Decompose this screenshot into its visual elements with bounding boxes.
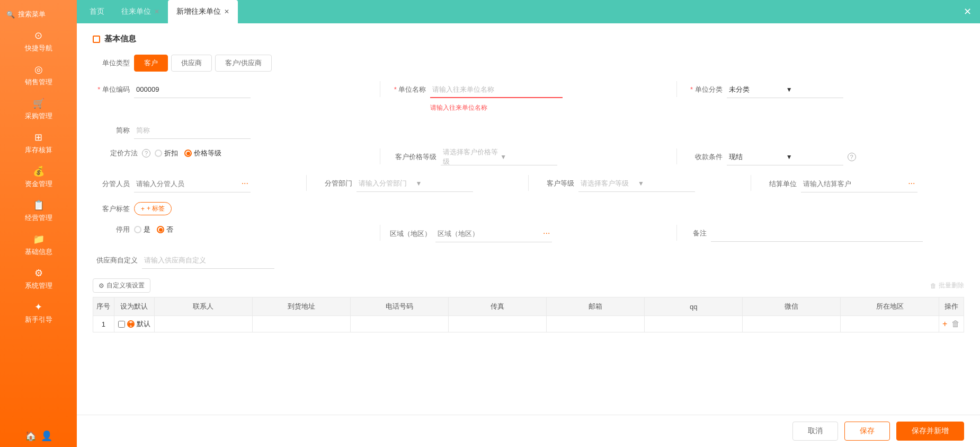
radio-discount[interactable]: 折扣: [155, 148, 178, 158]
tab-home[interactable]: 首页: [81, 0, 113, 23]
tab-new-partner-close[interactable]: ✕: [224, 8, 229, 15]
sidebar-search[interactable]: 🔍 搜索菜单: [0, 4, 77, 24]
tag-group: 客户标签 + + 标签: [93, 202, 964, 215]
customer-level-label: 客户等级: [537, 179, 574, 188]
cell-email[interactable]: [547, 316, 645, 332]
cell-address[interactable]: [252, 316, 350, 332]
unit-code-input[interactable]: [134, 81, 251, 98]
radio-price-level-circle: [184, 150, 192, 157]
unit-name-input[interactable]: [430, 81, 563, 98]
tab-partners[interactable]: 往来单位 ✕: [113, 0, 168, 23]
btn-supplier[interactable]: 供应商: [171, 55, 212, 72]
table-section: ⚙ 自定义项设置 🗑 批量删除 序号 设为默认 联系人 到货地址 电话号码: [93, 278, 964, 332]
delete-icon: 🗑: [930, 282, 937, 290]
sidebar: 🔍 搜索菜单 ⊙ 快捷导航 ◎ 销售管理 🛒 采购管理 ⊞ 库存核算 💰 资金管…: [0, 0, 77, 447]
window-close-btn[interactable]: ✕: [959, 4, 976, 20]
save-new-button[interactable]: 保存并新增: [896, 422, 964, 441]
customer-level-select[interactable]: 请选择客户等级 ▼: [578, 175, 695, 192]
phone-input[interactable]: [354, 320, 445, 328]
region-input[interactable]: [435, 225, 541, 242]
settlement-input[interactable]: [801, 175, 906, 192]
col-wechat: 微信: [743, 297, 841, 316]
tab-home-label: 首页: [90, 7, 104, 16]
disable-label: 停用: [93, 225, 130, 234]
unit-category-group: 单位分类 未分类 ▼: [685, 81, 964, 98]
btn-both[interactable]: 客户/供应商: [215, 55, 272, 72]
customer-price-label: 客户价格等级: [389, 152, 436, 162]
sidebar-item-inventory[interactable]: ⊞ 库存核算: [0, 126, 77, 160]
sidebar-item-sales[interactable]: ◎ 销售管理: [0, 58, 77, 92]
radio-price-level[interactable]: 价格等级: [184, 148, 221, 158]
radio-no[interactable]: 否: [157, 225, 173, 234]
sidebar-item-quick-nav[interactable]: ⊙ 快捷导航: [0, 24, 77, 58]
region-input-wrapper: ···: [435, 225, 552, 242]
home-icon[interactable]: 🏠: [25, 430, 37, 442]
cell-fax[interactable]: [448, 316, 546, 332]
save-button[interactable]: 保存: [844, 422, 890, 441]
manager-more-btn[interactable]: ···: [239, 179, 251, 188]
manager-input[interactable]: [134, 175, 239, 192]
remarks-input[interactable]: [711, 225, 923, 242]
batch-delete-btn[interactable]: 🗑 批量删除: [930, 281, 964, 290]
sidebar-item-label: 经营管理: [25, 213, 52, 223]
guide-icon: ✦: [34, 301, 42, 313]
basic-icon: 📁: [33, 233, 44, 245]
address-input[interactable]: [256, 320, 347, 328]
cell-region[interactable]: [841, 316, 939, 332]
custom-setting-btn[interactable]: ⚙ 自定义项设置: [93, 278, 150, 293]
sidebar-item-finance[interactable]: 💰 资金管理: [0, 160, 77, 194]
settlement-more-btn[interactable]: ···: [906, 179, 917, 188]
cell-contact[interactable]: [154, 316, 252, 332]
remarks-group: 备注: [685, 225, 964, 242]
btn-customer[interactable]: 客户: [134, 55, 168, 72]
add-tag-btn[interactable]: + + 标签: [134, 202, 172, 215]
email-input[interactable]: [550, 320, 641, 328]
department-select[interactable]: 请输入分管部门 ▼: [357, 175, 473, 192]
section-title: 基本信息: [104, 34, 136, 44]
payment-terms-select[interactable]: 现结 ▼: [727, 148, 843, 165]
radio-yes-label: 是: [144, 225, 150, 234]
unit-category-select[interactable]: 未分类 ▼: [727, 81, 843, 98]
region-input-table[interactable]: [844, 320, 935, 328]
customer-price-select[interactable]: 请选择客户价格等级 ▼: [441, 148, 557, 165]
tab-new-partner[interactable]: 新增往来单位 ✕: [168, 0, 238, 23]
region-more-btn[interactable]: ···: [541, 229, 552, 238]
contact-input[interactable]: [158, 320, 249, 328]
row-checkbox[interactable]: [118, 321, 125, 328]
supplier-custom-group: 供应商自定义: [93, 252, 964, 269]
sidebar-item-label: 销售管理: [25, 77, 52, 87]
sidebar-item-basic[interactable]: 📁 基础信息: [0, 228, 77, 262]
tab-partners-close[interactable]: ✕: [154, 8, 159, 15]
user-icon[interactable]: 👤: [41, 430, 52, 442]
sidebar-item-purchase[interactable]: 🛒 采购管理: [0, 92, 77, 126]
sidebar-item-operations[interactable]: 📋 经营管理: [0, 194, 77, 228]
cell-wechat[interactable]: [743, 316, 841, 332]
tab-new-partner-label: 新增往来单位: [176, 7, 221, 16]
unit-code-label: 单位编码: [93, 85, 130, 94]
sidebar-item-label: 采购管理: [25, 111, 52, 121]
wechat-input[interactable]: [746, 320, 837, 328]
supplier-custom-input[interactable]: [142, 252, 274, 269]
cell-phone[interactable]: [350, 316, 448, 332]
sidebar-item-system[interactable]: ⚙ 系统管理: [0, 262, 77, 296]
delete-row-btn[interactable]: 🗑: [951, 319, 960, 329]
sidebar-item-label: 资金管理: [25, 179, 52, 189]
cancel-button[interactable]: 取消: [792, 422, 838, 441]
radio-yes-circle: [134, 226, 141, 233]
contacts-table: 序号 设为默认 联系人 到货地址 电话号码 传真 邮箱 qq 微信 所在地区 操…: [93, 297, 964, 332]
supplier-custom-row: 供应商自定义: [93, 252, 964, 269]
sidebar-item-guide[interactable]: ✦ 新手引导: [0, 296, 77, 330]
add-row-btn[interactable]: +: [942, 319, 947, 329]
unit-type-row: 单位类型 客户 供应商 客户/供应商: [93, 55, 964, 72]
qq-input[interactable]: [648, 320, 739, 328]
radio-yes[interactable]: 是: [134, 225, 150, 234]
pricing-help-icon[interactable]: ?: [142, 149, 150, 157]
cell-action: + 🗑: [939, 316, 964, 332]
default-radio[interactable]: [127, 320, 135, 328]
cell-qq[interactable]: [645, 316, 743, 332]
fax-input[interactable]: [452, 320, 543, 328]
payment-help-icon[interactable]: ?: [848, 153, 856, 161]
operations-icon: 📋: [33, 199, 44, 211]
quick-nav-icon: ⊙: [34, 30, 42, 41]
short-name-input[interactable]: [134, 122, 251, 139]
